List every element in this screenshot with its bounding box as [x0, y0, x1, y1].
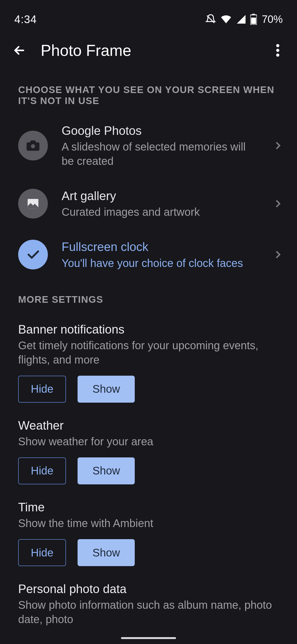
setting-subtitle: Show weather for your area — [18, 434, 279, 449]
chevron-right-icon — [272, 140, 283, 151]
setting-title: Time — [18, 499, 279, 515]
status-bar: 4:34 70% — [0, 0, 297, 30]
more-vertical-icon — [276, 44, 279, 57]
svg-rect-1 — [252, 14, 255, 15]
battery-icon — [250, 14, 257, 25]
battery-text: 70% — [262, 13, 283, 25]
dnd-off-icon — [205, 14, 216, 25]
back-arrow-icon — [12, 43, 26, 58]
setting-banner-notifications: Banner notifications Get timely notifica… — [0, 312, 297, 408]
setting-subtitle: Show photo information such as album nam… — [18, 598, 279, 626]
svg-point-6 — [31, 144, 35, 148]
option-title: Art gallery — [62, 188, 258, 204]
segmented-control: Hide Show — [18, 457, 279, 484]
home-indicator[interactable] — [121, 637, 176, 639]
app-bar: Photo Frame — [0, 30, 297, 68]
option-title: Google Photos — [62, 123, 258, 138]
setting-weather: Weather Show weather for your area Hide … — [0, 408, 297, 489]
setting-title: Weather — [18, 417, 279, 433]
back-button[interactable] — [11, 42, 28, 59]
more-options-button[interactable] — [270, 42, 286, 59]
setting-time: Time Show the time with Ambient Hide Sho… — [0, 489, 297, 571]
show-button[interactable]: Show — [78, 457, 135, 484]
hide-button[interactable]: Hide — [18, 539, 66, 566]
section-header-choose: CHOOSE WHAT YOU SEE ON YOUR SCREEN WHEN … — [0, 68, 297, 113]
wifi-icon — [220, 13, 232, 25]
setting-personal-photo-data: Personal photo data Show photo informati… — [0, 571, 297, 631]
setting-subtitle: Show the time with Ambient — [18, 516, 279, 530]
setting-title: Personal photo data — [18, 581, 279, 597]
chevron-right-icon — [272, 198, 283, 209]
option-subtitle: A slideshow of selected memories will be… — [62, 140, 258, 168]
section-header-more: MORE SETTINGS — [0, 280, 297, 312]
svg-rect-2 — [251, 18, 256, 24]
option-fullscreen-clock[interactable]: Fullscreen clock You'll have your choice… — [0, 229, 297, 280]
cellular-icon — [236, 14, 246, 24]
image-icon — [18, 189, 48, 219]
option-subtitle: You'll have your choice of clock faces — [62, 256, 258, 270]
show-button[interactable]: Show — [78, 539, 135, 566]
svg-point-4 — [276, 49, 279, 52]
camera-icon — [18, 131, 48, 160]
segmented-control: Hide Show — [18, 539, 279, 566]
svg-point-5 — [276, 54, 279, 57]
option-google-photos[interactable]: Google Photos A slideshow of selected me… — [0, 113, 297, 178]
segmented-control: Hide Show — [18, 376, 279, 403]
chevron-right-icon — [272, 249, 283, 260]
option-subtitle: Curated images and artwork — [62, 205, 258, 219]
status-icons: 70% — [205, 13, 283, 25]
hide-button[interactable]: Hide — [18, 457, 66, 484]
setting-title: Banner notifications — [18, 321, 279, 337]
svg-point-3 — [276, 44, 279, 47]
show-button[interactable]: Show — [78, 376, 135, 403]
page-title: Photo Frame — [41, 41, 256, 59]
setting-subtitle: Get timely notifications for your upcomi… — [18, 338, 279, 367]
option-art-gallery[interactable]: Art gallery Curated images and artwork — [0, 178, 297, 229]
check-icon — [18, 240, 48, 269]
clock-text: 4:34 — [14, 13, 37, 26]
hide-button[interactable]: Hide — [18, 376, 66, 403]
option-title: Fullscreen clock — [62, 239, 258, 255]
